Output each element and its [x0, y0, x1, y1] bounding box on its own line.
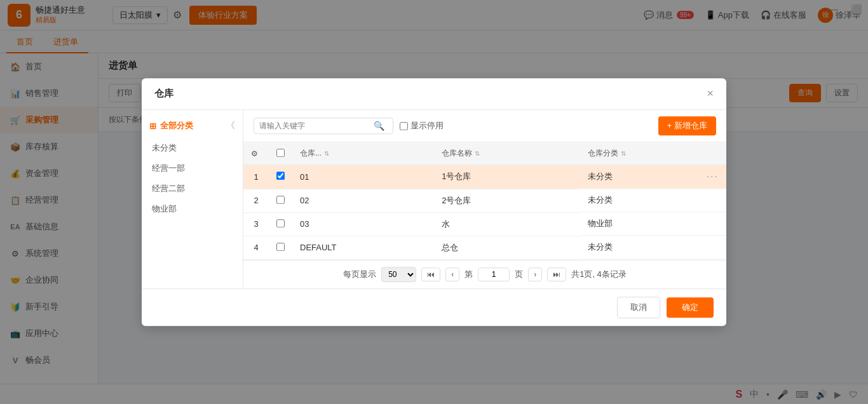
sort-icon-category: ⇅: [621, 150, 626, 157]
row-category: 物业部: [580, 212, 726, 236]
row-category: 未分类: [580, 189, 726, 212]
cancel-button[interactable]: 取消: [617, 297, 660, 318]
row-index: 4: [243, 236, 269, 259]
modal-close-button[interactable]: ×: [707, 87, 714, 100]
th-code-label: 仓库...: [300, 148, 322, 159]
th-category-label: 仓库分类: [588, 148, 618, 159]
modal-body: ⊞ 全部分类 《 未分类 经营一部 经营二部 物业部: [142, 110, 726, 288]
row-index: 3: [243, 212, 269, 236]
row-checkbox[interactable]: [269, 236, 292, 259]
sort-icon-code: ⇅: [324, 150, 329, 157]
category-item-ops1[interactable]: 经营一部: [142, 158, 243, 178]
next-page-button[interactable]: ›: [528, 267, 542, 281]
table-row[interactable]: 1 01 1号仓库 未分类 ···: [243, 165, 726, 189]
row-action-menu[interactable]: ···: [707, 171, 719, 182]
table-row[interactable]: 2 02 2号仓库 未分类: [243, 189, 726, 212]
row-name: 总仓: [434, 236, 580, 259]
pagination-bar: 每页显示 50 100 200 ⏮ ‹ 第 页 › ⏭ 共1页, 4条记录: [243, 260, 726, 288]
row-name: 2号仓库: [434, 189, 580, 212]
all-category-item[interactable]: ⊞ 全部分类: [149, 120, 193, 131]
row-index: 1: [243, 165, 269, 189]
th-code: 仓库... ⇅: [292, 142, 434, 165]
page-input[interactable]: [478, 267, 510, 281]
modal-left-panel: ⊞ 全部分类 《 未分类 经营一部 经营二部 物业部: [142, 110, 243, 288]
modal-search-bar: 🔍 显示停用 + 新增仓库: [243, 110, 726, 142]
th-name: 仓库名称 ⇅: [434, 142, 580, 165]
category-item-property[interactable]: 物业部: [142, 199, 243, 219]
select-all-checkbox[interactable]: [276, 149, 285, 157]
show-disabled-text: 显示停用: [410, 120, 444, 131]
th-checkbox: [269, 142, 292, 165]
show-disabled-label[interactable]: 显示停用: [400, 120, 444, 131]
row-category: 未分类: [580, 236, 726, 259]
add-warehouse-button[interactable]: + 新增仓库: [658, 116, 716, 135]
row-code: 03: [292, 212, 434, 236]
search-icon: 🔍: [374, 121, 384, 131]
show-disabled-checkbox[interactable]: [400, 122, 408, 130]
table-body: 1 01 1号仓库 未分类 ··· 2 02 2号仓库 未分类 3 03 水 物…: [243, 165, 726, 260]
left-panel-header: ⊞ 全部分类 《: [142, 116, 243, 138]
confirm-button[interactable]: 确定: [667, 297, 714, 318]
row-code: 01: [292, 165, 434, 189]
row-name: 1号仓库: [434, 165, 580, 189]
row-name: 水: [434, 212, 580, 236]
search-input-wrap: 🔍: [254, 118, 393, 134]
row-category: 未分类 ···: [580, 165, 726, 189]
page-label: 页: [515, 269, 523, 280]
page-word: 第: [465, 269, 473, 280]
collapse-panel-button[interactable]: 《: [226, 120, 235, 131]
last-page-button[interactable]: ⏭: [547, 267, 566, 281]
grid-icon: ⊞: [149, 121, 156, 131]
table-header-row: ⚙ 仓库... ⇅: [243, 142, 726, 165]
per-page-label: 每页显示: [343, 269, 376, 280]
modal-right-panel: 🔍 显示停用 + 新增仓库 ⚙: [243, 110, 726, 288]
per-page-select[interactable]: 50 100 200: [381, 267, 416, 282]
first-page-button[interactable]: ⏮: [421, 267, 440, 281]
total-label: 共1页, 4条记录: [571, 269, 627, 280]
table-row[interactable]: 3 03 水 物业部: [243, 212, 726, 236]
prev-page-button[interactable]: ‹: [445, 267, 459, 281]
th-name-label: 仓库名称: [442, 148, 472, 159]
sort-icon-name: ⇅: [475, 150, 480, 157]
row-index: 2: [243, 189, 269, 212]
row-code: 02: [292, 189, 434, 212]
th-category: 仓库分类 ⇅: [580, 142, 726, 165]
category-item-unclassified[interactable]: 未分类: [142, 138, 243, 158]
all-category-label: 全部分类: [160, 120, 193, 131]
modal-table-wrap: ⚙ 仓库... ⇅: [243, 142, 726, 260]
warehouse-modal: 仓库 × ⊞ 全部分类 《 未分类 经营一部 经营二部 物业部: [142, 78, 726, 326]
modal-header: 仓库 ×: [142, 78, 726, 110]
search-input[interactable]: [259, 121, 374, 130]
row-checkbox[interactable]: [269, 165, 292, 189]
warehouse-table: ⚙ 仓库... ⇅: [243, 142, 726, 260]
row-code: DEFAULT: [292, 236, 434, 259]
gear-icon: ⚙: [251, 149, 258, 158]
modal-action-footer: 取消 确定: [142, 288, 726, 326]
table-row[interactable]: 4 DEFAULT 总仓 未分类: [243, 236, 726, 259]
row-checkbox[interactable]: [269, 212, 292, 236]
category-item-ops2[interactable]: 经营二部: [142, 178, 243, 199]
row-checkbox[interactable]: [269, 189, 292, 212]
th-gear: ⚙: [243, 142, 269, 165]
modal-title: 仓库: [154, 88, 173, 100]
